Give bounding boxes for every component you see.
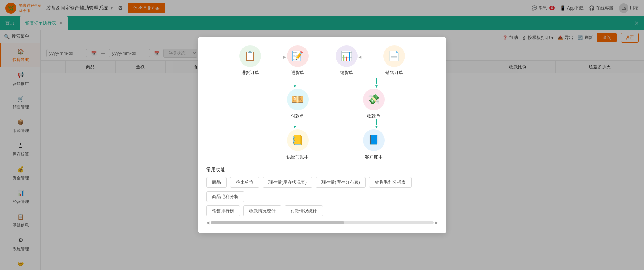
payment-label: 付款单 xyxy=(291,113,304,119)
flow-node-sales-order[interactable]: 📄 销售订单 xyxy=(383,45,405,76)
purchase-bill-circle: 📝 xyxy=(287,45,309,67)
flow-node-supplier-ledger[interactable]: 📒 供应商账本 xyxy=(286,129,309,160)
func-btn-product-margin[interactable]: 商品毛利分析 xyxy=(206,191,244,202)
func-btn-sales-margin[interactable]: 销售毛利分析表 xyxy=(369,177,412,188)
supplier-ledger-label: 供应商账本 xyxy=(286,154,309,160)
function-buttons-row1: 商品 往来单位 现存量(库存状况表) 现存量(库存分布表) 销售毛利分析表 商品… xyxy=(206,177,438,202)
sales-bill-circle: 📊 xyxy=(336,45,358,67)
flow-node-purchase-order[interactable]: 📋 进货订单 xyxy=(239,45,261,76)
common-functions: 常用功能 商品 往来单位 现存量(库存状况表) 现存量(库存分布表) 销售毛利分… xyxy=(206,167,438,216)
payment-circle: 💴 xyxy=(287,89,309,110)
flow-node-payment[interactable]: 💴 付款单 xyxy=(287,89,309,119)
overlay[interactable]: 📋 进货订单 ▶ 📝 进货单 xyxy=(0,0,644,270)
function-buttons-row2: 销售排行榜 收款情况统计 付款情况统计 xyxy=(206,205,438,216)
scroll-track[interactable] xyxy=(211,221,434,224)
flow-node-customer-ledger[interactable]: 📘 客户账本 xyxy=(363,129,385,160)
flow-node-purchase-bill[interactable]: 📝 进货单 xyxy=(287,45,309,76)
func-btn-payment-stats[interactable]: 付款情况统计 xyxy=(285,205,323,216)
popup: 📋 进货订单 ▶ 📝 进货单 xyxy=(198,37,446,233)
purchase-order-label: 进货订单 xyxy=(241,70,259,76)
sales-order-label: 销售订单 xyxy=(385,70,403,76)
scroll-right-arrow[interactable]: ▶ xyxy=(435,220,438,225)
flow-node-receipt[interactable]: 💸 收款单 xyxy=(363,89,385,119)
func-btn-receipt-stats[interactable]: 收款情况统计 xyxy=(243,205,281,216)
customer-ledger-circle: 📘 xyxy=(363,129,385,151)
func-btn-stock-status[interactable]: 现存量(库存状况表) xyxy=(263,177,313,188)
func-btn-product[interactable]: 商品 xyxy=(206,177,227,188)
func-btn-sales-rank[interactable]: 销售排行榜 xyxy=(206,205,240,216)
flow-node-sales-bill[interactable]: 📊 销货单 xyxy=(336,45,358,76)
scroll-thumb xyxy=(211,221,345,224)
purchase-order-circle: 📋 xyxy=(239,45,261,67)
sales-bill-label: 销货单 xyxy=(340,70,353,76)
receipt-label: 收款单 xyxy=(367,113,380,119)
customer-ledger-label: 客户账本 xyxy=(365,154,383,160)
scroll-left-arrow[interactable]: ◀ xyxy=(206,220,209,225)
sales-order-circle: 📄 xyxy=(383,45,405,67)
receipt-circle: 💸 xyxy=(363,89,385,110)
func-btn-stock-dist[interactable]: 现存量(库存分布表) xyxy=(316,177,366,188)
purchase-bill-label: 进货单 xyxy=(291,70,304,76)
common-functions-title: 常用功能 xyxy=(206,167,438,173)
func-btn-contacts[interactable]: 往来单位 xyxy=(230,177,259,188)
supplier-ledger-circle: 📒 xyxy=(287,129,309,151)
popup-scrollbar: ◀ ▶ xyxy=(206,220,438,225)
